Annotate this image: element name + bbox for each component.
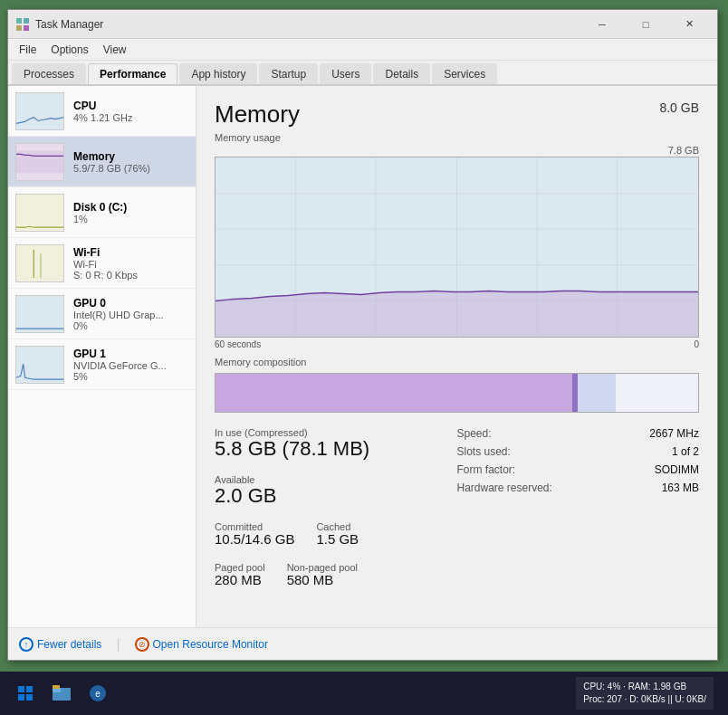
hwreserved-label: Hardware reserved: [457,481,552,494]
tab-services[interactable]: Services [432,63,497,84]
stat-cached-value: 1.5 GB [316,532,359,548]
task-manager-window: Task Manager ─ □ ✕ File Options View Pro… [7,9,718,661]
maximize-button[interactable]: □ [625,10,666,39]
tab-apphistory[interactable]: App history [179,63,257,84]
sidebar-item-gpu1[interactable]: GPU 1 NVIDIA GeForce G... 5% [8,339,196,390]
graph-box [215,157,699,338]
sidebar-item-gpu0[interactable]: GPU 0 Intel(R) UHD Grap... 0% [8,289,196,339]
content-area: CPU 4% 1.21 GHz Memory 5.9/7.8 GB (76%) [8,86,717,627]
tab-startup[interactable]: Startup [259,63,318,84]
gpu1-thumb [15,346,64,384]
stat-nonpaged-value: 580 MB [287,573,358,588]
wifi-thumb [15,244,64,282]
composition-bar [216,374,698,413]
form-value: SODIMM [655,463,699,476]
bottom-bar: ↑ Fewer details | ⊘ Open Resource Monito… [8,627,717,660]
start-button[interactable] [7,675,43,711]
main-panel: Memory 8.0 GB Memory usage 7.8 GB [196,86,717,627]
graph-time-right: 0 [694,339,699,349]
seg-standby [578,374,617,413]
sidebar-item-cpu[interactable]: CPU 4% 1.21 GHz [8,86,196,137]
svg-rect-3 [24,25,29,31]
sidebar: CPU 4% 1.21 GHz Memory 5.9/7.8 GB (76%) [8,86,196,627]
svg-rect-6 [16,150,63,173]
speed-value: 2667 MHz [649,427,699,440]
stats-right: Speed: 2667 MHz Slots used: 1 of 2 Form … [457,424,700,591]
svg-rect-7 [16,195,63,231]
stat-inuse-value: 5.8 GB (78.1 MB) [215,438,457,460]
stat-inuse: In use (Compressed) 5.8 GB (78.1 MB) [215,424,457,463]
wifi-detail2: S: 0 R: 0 Kbps [73,270,188,281]
hwreserved-value: 163 MB [662,481,699,494]
speed-label: Speed: [457,427,492,440]
tray-line2: Proc: 207 · D: 0KB/s || U: 0KB/ [583,693,706,706]
stat-available: Available 2.0 GB [215,471,457,510]
composition-box [215,373,699,413]
stat-form: Form factor: SODIMM [457,463,700,476]
gpu0-info: GPU 0 Intel(R) UHD Grap... 0% [73,297,188,331]
open-monitor-icon: ⊘ [135,637,149,652]
gpu1-label: GPU 1 [73,348,188,360]
svg-rect-11 [16,296,63,332]
tab-users[interactable]: Users [320,63,371,84]
tab-processes[interactable]: Processes [12,63,86,84]
fewer-details-icon: ↑ [19,637,34,652]
slots-value: 1 of 2 [672,445,699,458]
form-label: Form factor: [457,463,516,476]
svg-rect-29 [53,685,60,689]
menu-file[interactable]: File [12,39,43,60]
cpu-info: CPU 4% 1.21 GHz [73,100,188,123]
memory-thumb [15,143,64,181]
svg-rect-4 [16,93,63,129]
panel-header: Memory 8.0 GB [215,100,699,129]
gpu1-info: GPU 1 NVIDIA GeForce G... 5% [73,348,188,382]
tab-performance[interactable]: Performance [88,63,177,84]
stat-committed-value: 10.5/14.6 GB [215,532,294,548]
seg-inuse [216,374,572,413]
taskbar-app2[interactable]: e [81,677,114,710]
open-monitor-button[interactable]: ⊘ Open Resource Monitor [135,637,268,652]
seg-free [616,374,698,413]
menu-options[interactable]: Options [43,39,95,60]
titlebar: Task Manager ─ □ ✕ [8,10,717,39]
menubar: File Options View [8,39,717,61]
taskbar: e CPU: 4% · RAM: 1.98 GB Proc: 207 · D: … [0,672,728,715]
sidebar-item-memory[interactable]: Memory 5.9/7.8 GB (76%) [8,137,196,187]
close-button[interactable]: ✕ [668,10,710,39]
tray-info: CPU: 4% · RAM: 1.98 GB Proc: 207 · D: 0K… [576,677,714,710]
taskbar-explorer[interactable] [45,677,78,710]
gpu1-pct: 5% [73,371,188,382]
stats-left: In use (Compressed) 5.8 GB (78.1 MB) Ava… [215,424,457,591]
stat-cached: Cached 1.5 GB [316,518,359,551]
svg-rect-26 [26,694,33,701]
gpu1-detail: NVIDIA GeForce G... [73,360,188,371]
graph-time-labels: 60 seconds 0 [215,339,699,349]
minimize-button[interactable]: ─ [581,10,623,39]
svg-rect-0 [16,18,22,24]
stat-speed: Speed: 2667 MHz [457,427,700,440]
sidebar-item-wifi[interactable]: Wi-Fi Wi-Fi S: 0 R: 0 Kbps [8,238,196,289]
disk-thumb [15,194,64,232]
stat-slots: Slots used: 1 of 2 [457,445,700,458]
menu-view[interactable]: View [96,39,134,60]
memory-label: Memory [73,150,188,163]
wifi-detail1: Wi-Fi [73,259,188,270]
graph-time-left: 60 seconds [215,339,261,349]
gpu0-detail: Intel(R) UHD Grap... [73,310,188,320]
taskbar-tray: CPU: 4% · RAM: 1.98 GB Proc: 207 · D: 0K… [576,677,721,710]
window-title: Task Manager [35,18,581,31]
panel-title: Memory [215,100,300,129]
svg-text:e: e [95,689,101,699]
svg-rect-1 [24,18,29,24]
fewer-details-button[interactable]: ↑ Fewer details [19,637,101,652]
stat-hwreserved: Hardware reserved: 163 MB [457,481,700,494]
gpu0-label: GPU 0 [73,297,188,310]
sidebar-item-disk[interactable]: Disk 0 (C:) 1% [8,187,196,238]
svg-rect-24 [26,686,33,692]
tab-details[interactable]: Details [373,63,430,84]
stat-committed: Committed 10.5/14.6 GB [215,518,294,551]
stat-paged: Paged pool 280 MB [215,558,265,592]
disk-detail: 1% [73,214,188,224]
gpu0-thumb [15,295,64,333]
stat-paged-value: 280 MB [215,573,265,588]
